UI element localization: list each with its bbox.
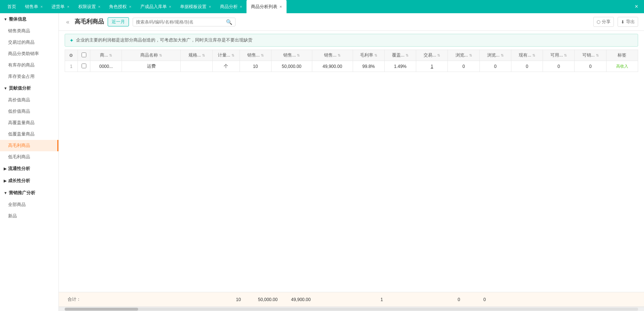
close-product-analysis[interactable]: × <box>240 4 242 9</box>
sidebar-item-stocked-goods[interactable]: 有库存的商品 <box>0 59 58 71</box>
app-close-button[interactable]: × <box>632 3 641 10</box>
sidebar-item-high-value[interactable]: 高价值商品 <box>0 94 58 106</box>
row-unit: 个 <box>212 61 240 72</box>
col-sales-profit-header[interactable]: 销售...⇅ <box>312 50 353 61</box>
col-sellable-header[interactable]: 可销...⇅ <box>575 50 606 61</box>
sidebar-item-category-rate[interactable]: 商品分类助销率 <box>0 48 58 59</box>
sidebar-group-marketing[interactable]: ▼ 营销推广分析 <box>0 187 58 199</box>
filter-recent-month-button[interactable]: 近一月 <box>108 17 129 26</box>
row-trade: 1 <box>416 61 448 72</box>
sidebar-group-contribution[interactable]: ▼ 贡献值分析 <box>0 82 58 94</box>
row-checkbox[interactable] <box>78 61 90 72</box>
sort-icon-name: ⇅ <box>159 53 162 57</box>
close-permissions[interactable]: × <box>98 4 100 9</box>
footer-sales-amt: 50,000.00 <box>251 297 284 302</box>
row-browse1: 0 <box>448 61 479 72</box>
row-sellable: 0 <box>575 61 606 72</box>
nav-role-auth[interactable]: 角色授权 × <box>105 0 136 13</box>
row-name: 运费 <box>122 61 181 72</box>
sidebar-group-liquidity[interactable]: ▶ 流通性分析 <box>0 163 58 175</box>
arrow-down-icon: ▼ <box>4 17 7 21</box>
row-current: 0 <box>511 61 543 72</box>
col-unit-header[interactable]: 计量...⇅ <box>212 50 240 61</box>
sidebar-item-traded-goods[interactable]: 交易过的商品 <box>0 37 58 48</box>
col-settings-header[interactable]: ⚙ <box>65 50 78 61</box>
row-sales-qty: 10 <box>240 61 271 72</box>
nav-template-settings[interactable]: 单据模板设置 × <box>176 0 215 13</box>
sidebar-item-inventory-funds[interactable]: 库存资金占用 <box>0 71 58 82</box>
nav-product-inbound[interactable]: 产成品入库单 × <box>136 0 176 13</box>
col-available-header[interactable]: 可用...⇅ <box>543 50 575 61</box>
data-table: ⚙ 商...⇅ 商品名称⇅ 规格...⇅ 计量...⇅ 销售...⇅ 销售...… <box>65 50 638 72</box>
content-header: « 高毛利商品 近一月 🔍 ⬡ 分享 ⬇ 导出 <box>59 13 644 31</box>
col-browse2-header[interactable]: 浏览...⇅ <box>479 50 511 61</box>
col-sales-qty-header[interactable]: 销售...⇅ <box>240 50 271 61</box>
sidebar-item-new-goods[interactable]: 新品 <box>0 210 58 222</box>
col-current-header[interactable]: 现有...⇅ <box>511 50 543 61</box>
sidebar-item-all-goods[interactable]: 全部商品 <box>0 199 58 210</box>
sort-icon-qty: ⇅ <box>261 53 264 57</box>
sidebar-item-high-margin[interactable]: 高毛利商品 <box>0 140 58 151</box>
table-row: 1 0000... 运费 个 10 50,000.00 49,900.00 99… <box>65 61 638 72</box>
sort-icon-available: ⇅ <box>564 53 567 57</box>
col-coverage-header[interactable]: 覆盖...⇅ <box>384 50 416 61</box>
sidebar-item-low-value[interactable]: 低价值商品 <box>0 106 58 117</box>
close-role-auth[interactable]: × <box>129 4 131 9</box>
row-sales-profit: 49,900.00 <box>312 61 353 72</box>
nav-product-analysis[interactable]: 商品分析 × <box>216 0 247 13</box>
export-button[interactable]: ⬇ 导出 <box>618 17 638 27</box>
sidebar-item-sales-goods[interactable]: 销售类商品 <box>0 25 58 37</box>
sort-icon-amt: ⇅ <box>297 53 300 57</box>
sidebar-item-low-margin[interactable]: 低毛利商品 <box>0 151 58 163</box>
horizontal-scrollbar[interactable] <box>59 307 644 311</box>
share-icon: ⬡ <box>597 19 600 25</box>
footer-bar: 合计： 10 50,000.00 49,900.00 1 0 0 <box>59 292 644 307</box>
col-code-header[interactable]: 商...⇅ <box>90 50 122 61</box>
row-code: 0000... <box>90 61 122 72</box>
top-nav: 首页 销售单 × 进货单 × 权限设置 × 角色授权 × 产成品入库单 × 单据… <box>0 0 644 13</box>
select-all-checkbox[interactable] <box>82 53 86 57</box>
col-checkbox-header[interactable] <box>78 50 90 61</box>
sidebar: ▼ 整体信息 销售类商品 交易过的商品 商品分类助销率 有库存的商品 库存资金占… <box>0 13 59 311</box>
footer-trade: 1 <box>369 297 395 302</box>
close-product-inbound[interactable]: × <box>169 4 171 9</box>
sort-icon-sellable: ⇅ <box>596 53 599 57</box>
close-sales-order[interactable]: × <box>40 4 43 9</box>
nav-home[interactable]: 首页 <box>3 0 21 13</box>
nav-analysis-list[interactable]: 商品分析列表 × <box>247 0 286 13</box>
col-name-header[interactable]: 商品名称⇅ <box>122 50 181 61</box>
sort-icon: ⇅ <box>109 53 112 57</box>
close-analysis-list[interactable]: × <box>280 4 282 9</box>
sidebar-item-high-coverage[interactable]: 高覆盖量商品 <box>0 117 58 129</box>
row-available: 0 <box>543 61 575 72</box>
share-button[interactable]: ⬡ 分享 <box>593 17 614 27</box>
scrollbar-thumb[interactable] <box>65 308 138 311</box>
col-margin-header[interactable]: 毛利率⇅ <box>353 50 384 61</box>
sidebar-item-low-coverage[interactable]: 低覆盖量商品 <box>0 129 58 140</box>
col-spec-header[interactable]: 规格...⇅ <box>181 50 212 61</box>
search-icon[interactable]: 🔍 <box>226 19 232 25</box>
close-purchase-order[interactable]: × <box>67 4 69 9</box>
row-tag: 高收入 <box>606 61 638 72</box>
col-trade-header[interactable]: 交易...⇅ <box>416 50 448 61</box>
nav-purchase-order[interactable]: 进货单 × <box>47 0 73 13</box>
col-sales-amt-header[interactable]: 销售...⇅ <box>271 50 312 61</box>
row-margin: 99.8% <box>353 61 384 72</box>
arrow-right-icon: ▶ <box>4 167 7 171</box>
table-wrapper: ⚙ 商...⇅ 商品名称⇅ 规格...⇅ 计量...⇅ 销售...⇅ 销售...… <box>59 50 644 292</box>
close-template-settings[interactable]: × <box>209 4 211 9</box>
content-area: « 高毛利商品 近一月 🔍 ⬡ 分享 ⬇ 导出 ✦ 企业的主要的利润都是这部分商… <box>59 13 644 311</box>
sort-icon-spec: ⇅ <box>202 53 205 57</box>
sort-icon-unit: ⇅ <box>231 53 234 57</box>
search-input[interactable] <box>136 19 224 25</box>
nav-sales-order[interactable]: 销售单 × <box>21 0 47 13</box>
row-select-checkbox[interactable] <box>82 64 86 68</box>
sidebar-group-growth[interactable]: ▶ 成长性分析 <box>0 175 58 187</box>
sidebar-collapse-button[interactable]: « <box>65 17 71 27</box>
col-tag-header: 标签 <box>606 50 638 61</box>
sidebar-group-overview[interactable]: ▼ 整体信息 <box>0 13 58 25</box>
footer-sales-qty: 10 <box>226 297 251 302</box>
footer-sales-profit: 49,900.00 <box>284 297 317 302</box>
col-browse1-header[interactable]: 浏览...⇅ <box>448 50 479 61</box>
nav-permissions[interactable]: 权限设置 × <box>74 0 105 13</box>
